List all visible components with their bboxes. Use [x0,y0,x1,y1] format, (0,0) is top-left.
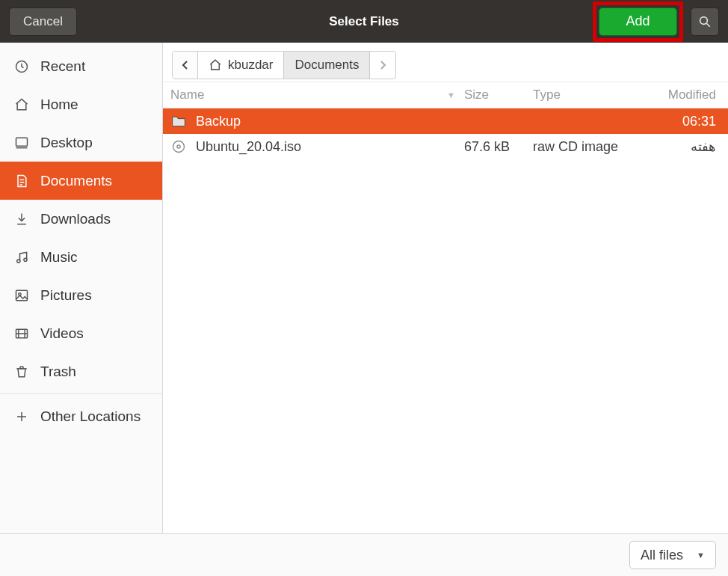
sidebar-item-trash[interactable]: Trash [0,352,162,390]
cancel-button[interactable]: Cancel [9,7,77,36]
sidebar-item-home[interactable]: Home [0,85,162,123]
sidebar-item-documents[interactable]: Documents [0,162,162,200]
picture-icon [13,288,30,303]
column-name-label: Name [170,88,204,102]
sidebar-separator [0,393,162,394]
file-modified: هفته [645,138,716,155]
sidebar-item-label: Desktop [40,135,93,151]
sidebar-item-label: Recent [40,58,85,75]
file-size: 67.6 kB [464,139,533,155]
file-name: Ubuntu_20.04.iso [196,139,301,155]
sidebar-item-pictures[interactable]: Pictures [0,276,162,314]
svg-line-1 [706,23,710,27]
sidebar-item-other-locations[interactable]: Other Locations [0,397,162,435]
file-list: Backup 06:31 Ubuntu_20.04.iso 67.6 kB ra… [163,108,728,533]
column-size[interactable]: Size [464,88,533,102]
path-segment-label: Documents [294,58,359,73]
file-name: Backup [196,114,241,129]
column-headers: Name ▼ Size Type Modified [163,82,728,108]
file-type: raw CD image [533,139,645,155]
svg-point-8 [17,259,20,262]
music-icon [13,250,30,265]
desktop-icon [13,135,30,150]
add-highlight-box: Add [593,1,683,42]
svg-point-19 [177,145,180,148]
footer-bar: All files ▼ [0,533,728,576]
home-icon [209,58,222,72]
chevron-right-icon [379,60,386,70]
sidebar-item-label: Other Locations [40,408,141,425]
sidebar-item-recent[interactable]: Recent [0,47,162,85]
svg-rect-3 [16,138,28,146]
file-modified: 06:31 [645,114,716,129]
sort-indicator-icon: ▼ [447,91,455,99]
sidebar-item-label: Videos [40,325,84,342]
sidebar-item-downloads[interactable]: Downloads [0,200,162,238]
plus-icon [13,410,30,423]
trash-icon [13,364,30,379]
document-icon [13,174,30,189]
disc-icon [170,139,187,154]
download-icon [13,212,30,227]
folder-icon [170,114,187,128]
path-segment-current[interactable]: Documents [284,52,370,79]
path-back-button[interactable] [173,52,198,79]
sidebar-item-label: Pictures [40,287,92,304]
path-segment-label: kbuzdar [228,58,273,73]
svg-point-0 [700,16,708,24]
sidebar-item-label: Documents [40,173,112,189]
sidebar-item-desktop[interactable]: Desktop [0,123,162,162]
path-forward-button[interactable] [370,52,395,79]
svg-rect-10 [16,290,28,300]
sidebar-item-videos[interactable]: Videos [0,314,162,352]
chevron-left-icon [182,60,189,70]
search-icon [698,15,712,28]
sidebar-item-label: Downloads [40,211,111,227]
svg-point-18 [173,141,185,153]
table-row[interactable]: Backup 06:31 [163,108,728,134]
sidebar-item-music[interactable]: Music [0,238,162,276]
filter-label: All files [641,548,683,563]
sidebar-item-label: Home [40,96,78,113]
title-bar: Cancel Select Files Add [0,0,728,43]
search-button[interactable] [691,7,719,36]
video-icon [13,326,30,341]
path-segment-home[interactable]: kbuzdar [198,52,284,79]
home-icon [13,97,30,112]
sidebar: Recent Home Desktop Documents Downloads [0,43,163,533]
path-bar: kbuzdar Documents [163,43,728,82]
sidebar-item-label: Music [40,249,78,266]
file-type-filter[interactable]: All files ▼ [629,541,716,569]
clock-icon [13,59,30,74]
table-row[interactable]: Ubuntu_20.04.iso 67.6 kB raw CD image هف… [163,134,728,159]
column-modified[interactable]: Modified [645,88,716,102]
chevron-down-icon: ▼ [697,551,705,560]
svg-point-9 [24,258,27,261]
sidebar-item-label: Trash [40,364,76,380]
add-button[interactable]: Add [599,7,677,36]
column-type[interactable]: Type [533,88,645,102]
column-name[interactable]: Name ▼ [170,88,455,102]
